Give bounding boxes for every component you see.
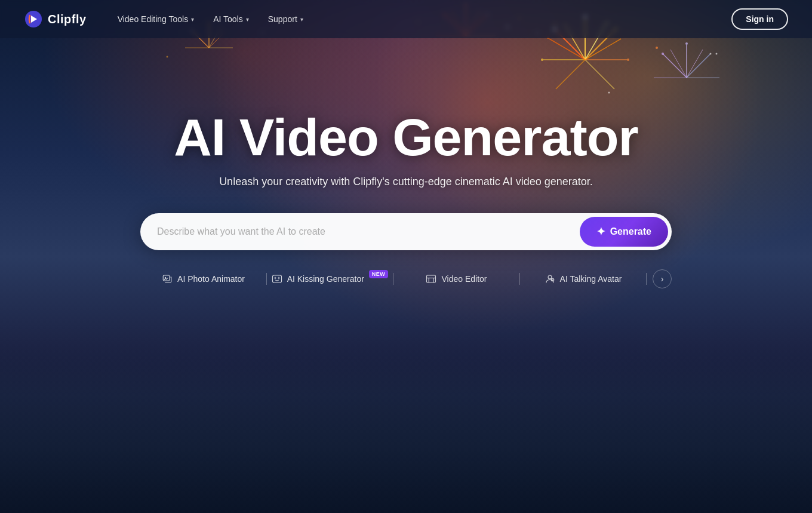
quick-link-kissing[interactable]: AI Kissing Generator NEW (267, 270, 393, 288)
sign-in-button[interactable]: Sign in (731, 8, 788, 30)
photo-animator-icon (162, 274, 173, 284)
nav-label-ai-tools: AI Tools (213, 14, 243, 24)
arrow-right-icon: › (661, 274, 664, 284)
logo-text: Clipfly (48, 13, 87, 26)
svg-rect-57 (163, 275, 170, 281)
prompt-input[interactable] (157, 220, 580, 243)
quick-link-video-editor[interactable]: Video Editor (393, 270, 519, 288)
city-overlay (0, 346, 812, 513)
quick-link-photo-animator[interactable]: AI Photo Animator (140, 270, 266, 288)
nav-item-video-editing[interactable]: Video Editing Tools ▾ (110, 11, 202, 27)
nav-item-support[interactable]: Support ▾ (261, 11, 310, 27)
hero-container: Clipfly Video Editing Tools ▾ AI Tools ▾… (0, 0, 812, 513)
quick-link-avatar[interactable]: AI Talking Avatar (520, 270, 646, 288)
sparkle-icon: ✦ (596, 225, 605, 238)
hero-subtitle: Unleash your creativity with Clipfly's c… (219, 176, 593, 188)
svg-point-64 (548, 275, 552, 279)
video-editor-icon (426, 274, 436, 284)
chevron-down-icon-support: ▾ (300, 16, 303, 23)
chevron-down-icon-ai: ▾ (246, 16, 249, 23)
navbar-left: Clipfly Video Editing Tools ▾ AI Tools ▾… (24, 10, 310, 29)
quick-link-label-2: Video Editor (441, 274, 487, 284)
generate-button[interactable]: ✦ Generate (580, 217, 668, 247)
kissing-icon (272, 274, 282, 284)
quick-link-label-1: AI Kissing Generator (287, 274, 364, 284)
nav-label-support: Support (268, 14, 297, 24)
logo[interactable]: Clipfly (24, 10, 87, 29)
hero-content: AI Video Generator Unleash your creativi… (0, 38, 812, 288)
quick-link-label-3: AI Talking Avatar (560, 274, 622, 284)
nav-links: Video Editing Tools ▾ AI Tools ▾ Support… (110, 11, 310, 27)
separator-4 (646, 273, 647, 285)
nav-item-ai-tools[interactable]: AI Tools ▾ (206, 11, 256, 27)
navbar: Clipfly Video Editing Tools ▾ AI Tools ▾… (0, 0, 812, 38)
nav-label-video-editing: Video Editing Tools (118, 14, 189, 24)
chevron-down-icon-video: ▾ (191, 16, 194, 23)
hero-title: AI Video Generator (174, 110, 638, 165)
quick-link-label-0: AI Photo Animator (177, 274, 245, 284)
quick-links: AI Photo Animator AI Kissing Generator N… (140, 269, 672, 288)
avatar-icon (545, 274, 555, 284)
svg-rect-59 (272, 275, 281, 282)
generate-button-label: Generate (610, 226, 651, 237)
clipfly-logo-icon (24, 10, 43, 29)
quick-links-arrow-button[interactable]: › (653, 269, 672, 288)
generate-bar: ✦ Generate (140, 213, 672, 250)
new-badge: NEW (369, 270, 389, 278)
svg-rect-60 (427, 275, 436, 282)
